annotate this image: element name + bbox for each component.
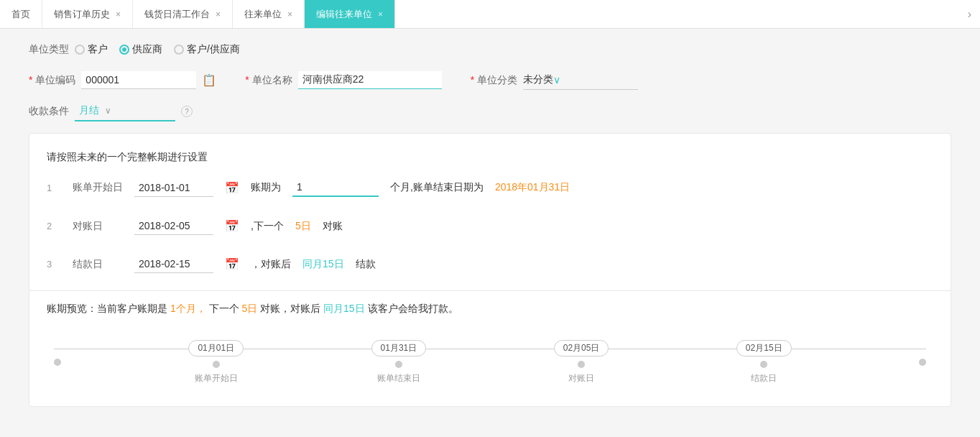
unit-name-label: 单位名称 xyxy=(245,74,292,87)
row-2-desc-prefix: ,下一个 xyxy=(251,220,284,233)
row-3-highlight: 同月15日 xyxy=(302,258,344,271)
settings-row-3: 3 结款日 📅 ，对账后 同月15日 结款 xyxy=(47,255,933,273)
timeline-node-4-date: 02月15日 xyxy=(736,340,792,356)
tab-home-label: 首页 xyxy=(11,8,30,21)
unit-code-group: 单位编码 📋 xyxy=(29,71,216,89)
timeline: 01月01日 账单开始日 01月31日 账单结束日 02月05日 对账日 xyxy=(54,333,926,406)
tab-home[interactable]: 首页 xyxy=(0,0,42,28)
preview-middle1: 下一个 xyxy=(209,303,239,314)
radio-customer[interactable]: 客户 xyxy=(75,43,108,56)
timeline-node-3-dot xyxy=(578,361,585,368)
unit-category-label: 单位分类 xyxy=(471,74,517,87)
tab-cash-workbench[interactable]: 钱货日清工作台 × xyxy=(133,0,233,28)
row-2-highlight: 5日 xyxy=(295,220,311,233)
timeline-node-3: 02月05日 对账日 xyxy=(554,340,609,385)
timeline-node-1-dot xyxy=(213,361,220,368)
timeline-node-2-date: 01月31日 xyxy=(371,340,427,356)
preview-middle2: 对账，对账后 xyxy=(260,303,320,314)
preview-highlight3: 同月15日 xyxy=(323,303,365,314)
row-2-desc-suffix: 对账 xyxy=(323,220,343,233)
row-2-label: 对账日 xyxy=(73,220,123,233)
timeline-end-dot xyxy=(919,359,926,366)
timeline-node-4-dot xyxy=(760,361,767,368)
timeline-node-2: 01月31日 账单结束日 xyxy=(371,340,427,385)
preview-highlight1: 1个月， xyxy=(170,303,206,314)
tab-edit-counterparty[interactable]: 编辑往来单位 × xyxy=(305,0,395,28)
settings-row-2: 2 对账日 📅 ,下一个 5日 对账 xyxy=(47,217,933,235)
period-input[interactable] xyxy=(292,178,379,197)
unit-code-label: 单位编码 xyxy=(29,74,75,87)
period-unit: 个月,账单结束日期为 xyxy=(390,181,484,194)
timeline-node-2-label: 账单结束日 xyxy=(377,372,420,385)
timeline-node-1: 01月01日 账单开始日 xyxy=(188,340,244,385)
tab-sales-history-close[interactable]: × xyxy=(116,9,121,19)
tab-edit-counterparty-close[interactable]: × xyxy=(378,9,383,19)
main-content: 单位类型 客户 供应商 客户/供应商 单位编码 📋 xyxy=(0,29,980,437)
row-3-label: 结款日 xyxy=(73,258,123,271)
help-icon[interactable]: ? xyxy=(181,106,193,117)
timeline-node-4-label: 结款日 xyxy=(751,372,777,385)
payment-condition-group: 收款条件 月结 ∨ ? xyxy=(29,101,193,121)
tab-cash-workbench-label: 钱货日清工作台 xyxy=(144,8,210,21)
preview-prefix: 账期预览：当前客户账期是 xyxy=(47,303,167,314)
radio-customer-label: 客户 xyxy=(88,43,108,56)
tab-edit-counterparty-label: 编辑往来单位 xyxy=(316,8,372,21)
tab-sales-history-label: 销售订单历史 xyxy=(54,8,110,21)
tab-counterparty[interactable]: 往来单位 × xyxy=(233,0,305,28)
payment-condition-value: 月结 xyxy=(79,104,99,117)
payment-condition-select[interactable]: 月结 ∨ xyxy=(75,101,175,121)
row-3-desc-suffix: 结款 xyxy=(356,258,376,271)
row-1-num: 1 xyxy=(47,183,61,193)
payment-date-calendar-icon[interactable]: 📅 xyxy=(225,257,239,271)
unit-category-group: 单位分类 未分类 ∨ xyxy=(471,70,638,90)
row-3-desc-prefix: ，对账后 xyxy=(251,258,291,271)
unit-code-icon[interactable]: 📋 xyxy=(202,73,216,87)
radio-group: 客户 供应商 客户/供应商 xyxy=(75,43,240,56)
payment-date-input[interactable] xyxy=(134,255,213,273)
reconcile-date-calendar-icon[interactable]: 📅 xyxy=(225,219,239,233)
reconcile-date-input[interactable] xyxy=(134,217,213,235)
tab-counterparty-close[interactable]: × xyxy=(287,9,292,19)
tab-counterparty-label: 往来单位 xyxy=(244,8,282,21)
preview-text: 账期预览：当前客户账期是 1个月， 下一个 5日 对账，对账后 同月15日 该客… xyxy=(47,303,933,316)
preview-highlight2: 5日 xyxy=(241,303,257,314)
unit-type-row: 单位类型 客户 供应商 客户/供应商 xyxy=(29,43,951,56)
radio-both[interactable]: 客户/供应商 xyxy=(174,43,240,56)
radio-supplier-label: 供应商 xyxy=(132,43,162,56)
unit-category-value: 未分类 xyxy=(523,73,553,86)
unit-name-input[interactable] xyxy=(298,71,442,89)
unit-type-label: 单位类型 xyxy=(29,43,69,56)
unit-name-group: 单位名称 xyxy=(245,71,441,89)
timeline-start-dot xyxy=(54,359,61,366)
unit-type-group: 单位类型 客户 供应商 客户/供应商 xyxy=(29,43,240,56)
start-date-calendar-icon[interactable]: 📅 xyxy=(225,181,239,195)
preview-suffix: 该客户会给我打款。 xyxy=(368,303,458,314)
tab-cash-workbench-close[interactable]: × xyxy=(216,9,221,19)
settings-card: 请按照未来的一个完整帐期进行设置 1 账单开始日 📅 账期为 个月,账单结束日期… xyxy=(29,133,951,407)
radio-supplier[interactable]: 供应商 xyxy=(119,43,162,56)
timeline-node-3-date: 02月05日 xyxy=(554,340,609,356)
tab-sales-history[interactable]: 销售订单历史 × xyxy=(42,0,133,28)
radio-supplier-circle xyxy=(119,45,129,55)
preview-section: 账期预览：当前客户账期是 1个月， 下一个 5日 对账，对账后 同月15日 该客… xyxy=(29,290,951,406)
settings-card-body: 请按照未来的一个完整帐期进行设置 1 账单开始日 📅 账期为 个月,账单结束日期… xyxy=(29,134,951,290)
start-date-input[interactable] xyxy=(134,179,213,197)
unit-info-row: 单位编码 📋 单位名称 单位分类 未分类 ∨ xyxy=(29,70,951,90)
unit-code-input[interactable] xyxy=(81,71,196,89)
unit-category-select[interactable]: 未分类 ∨ xyxy=(523,70,638,90)
radio-customer-circle xyxy=(75,45,85,55)
card-title: 请按照未来的一个完整帐期进行设置 xyxy=(47,151,933,164)
timeline-node-4: 02月15日 结款日 xyxy=(736,340,792,385)
payment-condition-label: 收款条件 xyxy=(29,105,69,118)
row-2-num: 2 xyxy=(47,221,61,231)
tab-more-button[interactable]: › xyxy=(959,8,980,21)
radio-both-label: 客户/供应商 xyxy=(187,43,240,56)
timeline-node-3-label: 对账日 xyxy=(568,372,594,385)
period-label: 账期为 xyxy=(251,181,281,194)
timeline-node-1-date: 01月01日 xyxy=(188,340,244,356)
radio-both-circle xyxy=(174,45,184,55)
tab-bar: 首页 销售订单历史 × 钱货日清工作台 × 往来单位 × 编辑往来单位 × › xyxy=(0,0,980,29)
row-1-label: 账单开始日 xyxy=(73,181,123,194)
payment-condition-row: 收款条件 月结 ∨ ? xyxy=(29,101,951,121)
period-end-date: 2018年01月31日 xyxy=(495,181,570,194)
